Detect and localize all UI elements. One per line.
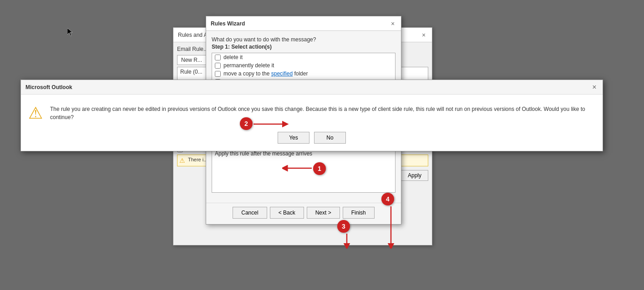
specified-link[interactable]: specified [271,70,293,77]
annotation-circle-3: 3 [337,220,350,233]
warning-icon-small: ⚠ [179,157,185,164]
action-delete-label: delete it [223,54,243,60]
cancel-button[interactable]: Cancel [233,207,267,219]
action-move-copy-label: move a copy to the specified folder [223,70,308,77]
annotation-circle-1: 1 [313,162,326,175]
outlook-alert-dialog: Microsoft Outlook × ⚠ The rule you are c… [20,80,603,151]
action-perm-delete: permanently delete it [212,61,395,70]
back-button[interactable]: < Back [270,207,304,219]
alert-close-icon[interactable]: × [591,84,598,91]
annotation-arrow-2 [253,120,289,129]
action-delete: delete it [212,53,395,61]
wizard-title: Rules Wizard [211,20,245,27]
alert-warning-icon: ⚠ [28,104,43,123]
rule-description-text: Apply this rule after the message arrive… [215,150,312,157]
action-move-copy: move a copy to the specified folder [212,70,395,78]
next-button[interactable]: Next > [307,207,340,219]
annotation-circle-4: 4 [381,193,394,205]
rules-alerts-close-icon[interactable]: × [420,31,427,39]
apply-button[interactable]: Apply [401,170,428,181]
annotation-circle-2: 2 [240,117,253,130]
annotation-arrow-1 [282,164,314,173]
no-button[interactable]: No [314,132,346,144]
action-move-copy-checkbox[interactable] [215,71,221,77]
wizard-step1-label: Step 1: Select action(s) [212,44,396,50]
wizard-footer: Cancel < Back Next > Finish [206,203,401,224]
svg-marker-0 [67,28,72,36]
wizard-close-icon[interactable]: × [389,20,396,27]
alert-buttons: Yes No [21,132,603,151]
alert-body: ⚠ The rule you are creating can never be… [21,95,603,132]
action-perm-delete-label: permanently delete it [223,62,274,69]
new-rule-button[interactable]: New R... [177,55,206,65]
finish-button[interactable]: Finish [343,207,375,219]
wizard-titlebar: Rules Wizard × [206,16,401,31]
mouse-cursor [67,28,73,36]
annotation-arrow-3 [342,233,351,249]
alert-title: Microsoft Outlook [25,84,72,90]
alert-titlebar: Microsoft Outlook × [21,80,603,95]
alert-message: The rule you are creating can never be e… [50,105,595,121]
action-delete-checkbox[interactable] [215,55,221,60]
annotation-arrow-4 [386,205,396,249]
action-perm-delete-checkbox[interactable] [215,63,221,69]
yes-button[interactable]: Yes [278,132,309,144]
wizard-question: What do you want to do with the message? [212,36,396,43]
